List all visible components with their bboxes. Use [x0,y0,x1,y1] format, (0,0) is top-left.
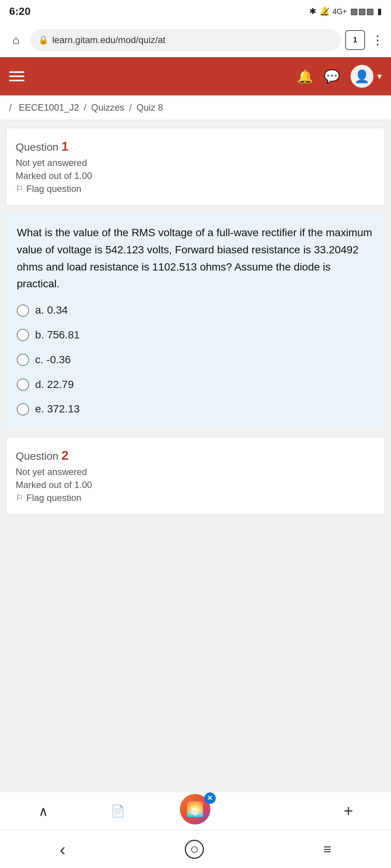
browser-home-button[interactable]: ⌂ [6,30,26,50]
url-text: learn.gitam.edu/mod/quiz/at [52,35,165,45]
flag-icon-2: ⚐ [16,493,23,503]
recent-apps-icon: ≡ [323,841,331,857]
user-avatar-button[interactable]: 👤 [351,65,373,88]
radio-b[interactable] [17,329,29,341]
add-tab-button[interactable]: + [337,800,360,823]
question-1-marked-out: Marked out of 1.00 [16,171,375,181]
flag-question-1-button[interactable]: ⚐ Flag question [16,184,375,194]
question-1-header: Question 1 [16,139,375,154]
status-bar: 6:20 ✱ 🔔̸ 4G+ ▩▩▩ ▮ [0,0,391,23]
bottom-browser-bar: ∧ 📄 🌅 ✕ + [0,792,391,830]
question-1-options: a. 0.34 b. 756.81 c. -0.36 d. 22.79 e. 3… [17,302,374,418]
message-icon[interactable]: 💬 [324,69,340,84]
question-1-body: What is the value of the RMS voltage of … [6,213,385,429]
browser-bar: ⌂ 🔒 learn.gitam.edu/mod/quiz/at 1 ⋮ [0,23,391,57]
close-icon: ✕ [207,794,213,802]
flag-question-1-label: Flag question [26,184,81,194]
notification-icon[interactable]: 🔔 [297,69,313,84]
question-2-label: Question [16,450,58,462]
main-content: Question 1 Not yet answered Marked out o… [0,120,391,530]
question-1-number: 1 [61,139,69,153]
signal-icon: 4G+ [333,7,347,16]
breadcrumb-sep-0: / [9,102,12,113]
status-icons: ✱ 🔔̸ 4G+ ▩▩▩ ▮ [309,6,382,16]
question-2-status: Not yet answered [16,467,375,477]
app-emoji-icon: 🌅 [186,801,204,818]
breadcrumb: / EECE1001_J2 / Quizzes / Quiz 8 [0,95,391,120]
question-1-status: Not yet answered [16,158,375,168]
question-1-text: What is the value of the RMS voltage of … [17,224,374,293]
browser-more-button[interactable]: ⋮ [370,30,385,50]
option-e[interactable]: e. 372.13 [17,401,374,418]
option-d[interactable]: d. 22.79 [17,376,374,393]
radio-c[interactable] [17,354,29,366]
radio-a[interactable] [17,304,29,317]
bell-mute-icon: 🔔̸ [319,6,330,16]
option-a[interactable]: a. 0.34 [17,302,374,319]
wifi-icon: ▩▩▩ [350,6,374,16]
add-icon: + [344,802,353,820]
flag-question-2-label: Flag question [26,493,81,503]
scroll-up-button[interactable]: ∧ [31,799,55,823]
option-e-label: e. 372.13 [35,401,80,418]
back-icon: ‹ [60,839,65,860]
app-header: 🔔 💬 👤 ▾ [0,57,391,95]
browser-url-bar[interactable]: 🔒 learn.gitam.edu/mod/quiz/at [31,29,341,51]
recent-apps-button[interactable]: ≡ [323,841,331,857]
option-a-label: a. 0.34 [35,302,68,319]
hamburger-menu-button[interactable] [9,71,24,81]
close-badge[interactable]: ✕ [204,792,216,804]
radio-e[interactable] [17,403,29,415]
status-time: 6:20 [9,5,31,18]
home-nav-icon: ○ [185,840,204,859]
breadcrumb-item-2[interactable]: Quizzes [91,102,124,113]
question-1-label: Question [16,141,58,153]
lock-icon: 🔒 [38,35,48,45]
question-1-card: Question 1 Not yet answered Marked out o… [6,128,385,205]
question-2-card: Question 2 Not yet answered Marked out o… [6,437,385,514]
more-icon: ⋮ [372,33,383,47]
option-b[interactable]: b. 756.81 [17,327,374,344]
up-arrow-icon: ∧ [39,804,48,819]
system-nav-bar: ‹ ○ ≡ [0,830,391,868]
tab-count: 1 [353,35,357,44]
battery-icon: ▮ [377,6,382,16]
header-right-icons: 🔔 💬 👤 ▾ [297,65,382,88]
option-c-label: c. -0.36 [35,351,71,369]
question-2-header: Question 2 [16,448,375,463]
radio-d[interactable] [17,378,29,391]
home-nav-button[interactable]: ○ [185,840,204,859]
browser-tab-button[interactable]: 1 [345,30,365,50]
question-2-marked-out: Marked out of 1.00 [16,480,375,490]
avatar-chevron-icon: ▾ [377,71,382,82]
breadcrumb-item-3[interactable]: Quiz 8 [137,102,163,113]
app-launcher-button[interactable]: 🌅 ✕ [180,794,214,828]
back-button[interactable]: ‹ [60,839,65,860]
flag-icon-1: ⚐ [16,184,23,194]
home-icon: ⌂ [13,34,19,47]
bookmark-icon: 📄 [111,804,125,818]
bookmark-button[interactable]: 📄 [105,799,130,823]
flag-question-2-button[interactable]: ⚐ Flag question [16,493,375,503]
option-c[interactable]: c. -0.36 [17,351,374,369]
breadcrumb-item-1[interactable]: EECE1001_J2 [19,102,79,113]
option-d-label: d. 22.79 [35,376,74,393]
avatar-icon: 👤 [354,69,370,84]
option-b-label: b. 756.81 [35,327,80,344]
bluetooth-icon: ✱ [309,6,316,16]
question-2-number: 2 [61,448,69,462]
